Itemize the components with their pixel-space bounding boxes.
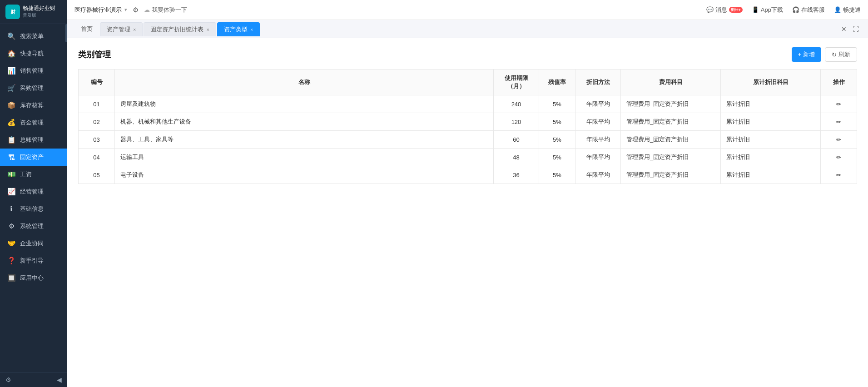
collapse-sidebar-icon[interactable]: ◀ [57, 376, 62, 383]
sidebar-item-label: 采购管理 [20, 84, 44, 92]
sidebar-item-label: 应用中心 [20, 274, 44, 282]
cell-accum: 累计折旧 [721, 95, 821, 113]
company-selector[interactable]: 医疗器械行业演示 ▾ [74, 6, 127, 14]
refresh-button[interactable]: ↻ 刷新 [825, 47, 857, 62]
tab-depreciation-report[interactable]: 固定资产折旧统计表 × [144, 22, 216, 36]
phone-icon: 📱 [752, 6, 759, 13]
cell-operation[interactable]: ✏ [821, 131, 857, 149]
tab-asset-type-label: 资产类型 [224, 25, 248, 34]
sidebar-item-system[interactable]: ⚙ 系统管理 [0, 218, 67, 235]
cell-residual: 5% [539, 113, 575, 131]
cell-no: 01 [79, 95, 115, 113]
cell-accum: 累计折旧 [721, 113, 821, 131]
cell-operation[interactable]: ✏ [821, 95, 857, 113]
table-row: 01 房屋及建筑物 240 5% 年限平均 管理费用_固定资产折旧 累计折旧 ✏ [79, 95, 857, 113]
try-label: 我要体验一下 [152, 6, 187, 14]
app-download-button[interactable]: 📱 App下载 [752, 6, 783, 14]
table-row: 02 机器、机械和其他生产设备 120 5% 年限平均 管理费用_固定资产折旧 … [79, 113, 857, 131]
th-no: 编号 [79, 69, 115, 95]
new-button[interactable]: + 新增 [792, 47, 821, 62]
topbar: 医疗器械行业演示 ▾ ⚙ ☁ 我要体验一下 💬 消息 99++ 📱 App下载 … [67, 0, 868, 20]
tab-home[interactable]: 首页 [74, 22, 99, 36]
cell-method: 年限平均 [575, 95, 621, 113]
logo-icon: 财 [5, 5, 20, 19]
sidebar-item-search[interactable]: 🔍 搜索菜单 [0, 28, 67, 45]
cell-method: 年限平均 [575, 113, 621, 131]
tab-depreciation-report-close[interactable]: × [206, 27, 209, 32]
th-operation: 操作 [821, 69, 857, 95]
app-download-label: App下载 [761, 6, 783, 14]
cell-period: 240 [494, 95, 539, 113]
sidebar-item-fixed-asset[interactable]: 🏗 固定资产 [0, 149, 67, 166]
sidebar-item-payroll[interactable]: 💵 工资 [0, 166, 67, 183]
table-row: 04 运输工具 48 5% 年限平均 管理费用_固定资产折旧 累计折旧 ✏ [79, 149, 857, 166]
sidebar-menu: 🔍 搜索菜单 🏠 快捷导航 📊 销售管理 🛒 采购管理 📦 库存核算 💰 资金管… [0, 26, 67, 372]
fixed-asset-icon: 🏗 [7, 154, 15, 161]
tab-depreciation-report-label: 固定资产折旧统计表 [150, 25, 203, 34]
sidebar-item-label: 工资 [20, 170, 32, 179]
cell-accum: 累计折旧 [721, 131, 821, 149]
cell-operation[interactable]: ✏ [821, 149, 857, 166]
topbar-right-area: 💬 消息 99++ 📱 App下载 🎧 在线客服 👤 畅捷通 [706, 6, 861, 14]
cell-name: 运输工具 [115, 149, 494, 166]
sidebar-item-operations[interactable]: 📈 经营管理 [0, 183, 67, 200]
cell-no: 02 [79, 113, 115, 131]
sidebar-item-quick-nav[interactable]: 🏠 快捷导航 [0, 45, 67, 62]
sidebar-item-label: 总账管理 [20, 136, 44, 144]
app-name: 畅捷通好业财 [23, 5, 55, 12]
sidebar-item-inventory[interactable]: 📦 库存核算 [0, 97, 67, 114]
sidebar-item-label: 系统管理 [20, 222, 44, 230]
cell-operation[interactable]: ✏ [821, 166, 857, 184]
app-edition: 普及版 [23, 12, 55, 19]
page-header: 类别管理 + 新增 ↻ 刷新 [78, 47, 857, 62]
sidebar-item-guide[interactable]: ❓ 新手引导 [0, 252, 67, 269]
cell-method: 年限平均 [575, 149, 621, 166]
user-name: 畅捷通 [843, 6, 861, 14]
sidebar-item-enterprise[interactable]: 🤝 企业协同 [0, 235, 67, 252]
sidebar-item-ledger[interactable]: 📋 总账管理 [0, 131, 67, 149]
page-actions: + 新增 ↻ 刷新 [792, 47, 857, 62]
cell-fee: 管理费用_固定资产折旧 [621, 95, 721, 113]
tab-asset-management-close[interactable]: × [133, 27, 136, 32]
cell-period: 48 [494, 149, 539, 166]
sidebar-item-basic-info[interactable]: ℹ 基础信息 [0, 200, 67, 218]
th-fee: 费用科目 [621, 69, 721, 95]
tab-asset-management[interactable]: 资产管理 × [100, 22, 143, 36]
cell-period: 60 [494, 131, 539, 149]
home-icon: 🏠 [7, 50, 15, 58]
tab-asset-type-close[interactable]: × [250, 27, 253, 32]
app-logo: 财 畅捷通好业财 普及版 [0, 0, 67, 24]
settings-icon[interactable]: ⚙ [5, 376, 11, 383]
message-icon: 💬 [706, 6, 714, 13]
cloud-icon: ☁ [144, 6, 150, 13]
online-service-button[interactable]: 🎧 在线客服 [792, 6, 825, 14]
table-row: 05 电子设备 36 5% 年限平均 管理费用_固定资产折旧 累计折旧 ✏ [79, 166, 857, 184]
cell-residual: 5% [539, 131, 575, 149]
tab-asset-management-label: 资产管理 [107, 25, 130, 34]
user-menu[interactable]: 👤 畅捷通 [834, 6, 861, 14]
messages-badge: 99++ [729, 7, 743, 13]
sidebar-item-fund[interactable]: 💰 资金管理 [0, 114, 67, 131]
sidebar-item-label: 基础信息 [20, 205, 44, 213]
table-header-row: 编号 名称 使用期限（月） 残值率 折旧方法 费用科目 累计折旧科目 操作 [79, 69, 857, 95]
sidebar-item-label: 销售管理 [20, 67, 44, 75]
category-table: 编号 名称 使用期限（月） 残值率 折旧方法 费用科目 累计折旧科目 操作 01… [78, 69, 857, 184]
sidebar-item-app-center[interactable]: 🔲 应用中心 [0, 269, 67, 287]
messages-button[interactable]: 💬 消息 99++ [706, 6, 743, 14]
cell-residual: 5% [539, 149, 575, 166]
cell-accum: 累计折旧 [721, 149, 821, 166]
settings-gear-icon[interactable]: ⚙ [133, 6, 139, 14]
try-experience-button[interactable]: ☁ 我要体验一下 [144, 6, 187, 14]
maximize-window-button[interactable]: ⛶ [851, 24, 861, 34]
cell-period: 36 [494, 166, 539, 184]
app-center-icon: 🔲 [7, 274, 15, 282]
sidebar-item-label: 资金管理 [20, 119, 44, 127]
cell-operation[interactable]: ✏ [821, 113, 857, 131]
refresh-label: 刷新 [838, 50, 850, 59]
sidebar-item-purchase[interactable]: 🛒 采购管理 [0, 79, 67, 97]
tab-asset-type[interactable]: 资产类型 × [217, 22, 260, 36]
close-window-button[interactable]: ✕ [839, 24, 849, 34]
guide-icon: ❓ [7, 257, 15, 265]
sidebar-item-sales[interactable]: 📊 销售管理 [0, 62, 67, 79]
cell-method: 年限平均 [575, 166, 621, 184]
